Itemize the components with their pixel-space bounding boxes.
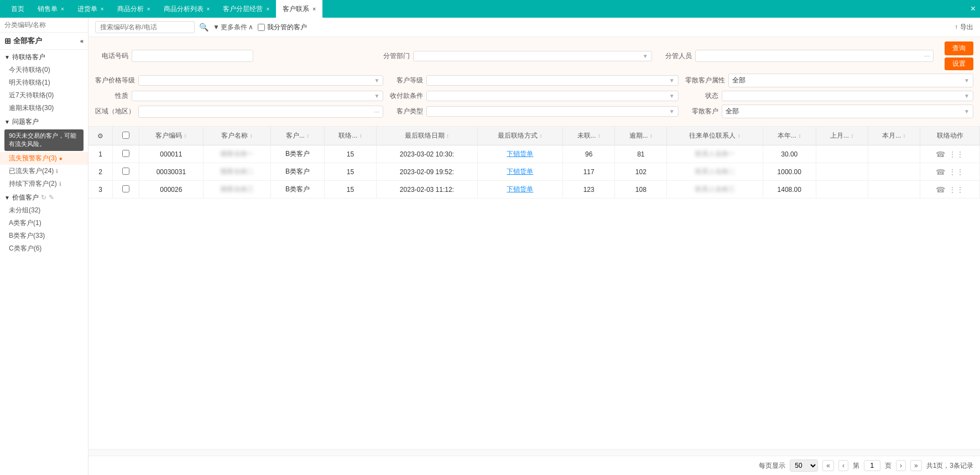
zero-customer-select[interactable]: 全部 ▼	[722, 105, 973, 118]
row-checkbox-2[interactable]	[122, 168, 129, 175]
zero-attr-select[interactable]: 全部 ▼	[728, 74, 973, 87]
cell-method-3[interactable]: 下销货单	[477, 181, 562, 199]
col-contact-person[interactable]: 往来单位联系人 ↕	[667, 127, 763, 145]
tab-sales[interactable]: 销售单 ×	[31, 0, 71, 18]
export-btn[interactable]: ↑ 导出	[955, 23, 973, 32]
tab-analysis-list[interactable]: 商品分析列表 ×	[157, 0, 217, 18]
filter-more-btn[interactable]: ▼ 更多条件 ∧	[213, 23, 253, 32]
table-row: 1 000011 顾客名称一 B类客户 15 2023-03-02 10:30:…	[88, 145, 980, 163]
contact-action-icon3[interactable]: ☎	[936, 185, 945, 194]
refresh-icon[interactable]: ↻	[41, 194, 46, 201]
page-size-label: 每页显示	[759, 461, 785, 471]
col-code[interactable]: 客户编码 ↕	[139, 127, 203, 145]
sidebar-item-ungrouped[interactable]: 未分组(32)	[0, 204, 88, 217]
payment-select[interactable]: ▼	[426, 91, 678, 101]
col-this-year[interactable]: 本年... ↕	[763, 127, 816, 145]
tab-home[interactable]: 首页	[4, 0, 31, 18]
col-last-method[interactable]: 最后联络方式 ↕	[477, 127, 562, 145]
horizontal-scrollbar[interactable]	[88, 449, 980, 456]
sidebar-item-class-c[interactable]: C类客户(6)	[0, 242, 88, 255]
more-action-icon3[interactable]: ⋮⋮	[948, 185, 964, 194]
contact-action-icon[interactable]: ☎	[936, 150, 945, 159]
more-icon2[interactable]: ···	[374, 108, 379, 116]
sidebar-item-lost-customers[interactable]: 已流失客户(24) ℹ	[0, 165, 88, 178]
col-name[interactable]: 客户名称 ↕	[204, 127, 271, 145]
close-all-btn[interactable]: ×	[971, 4, 976, 14]
status-select[interactable]: ▼	[722, 91, 973, 101]
sidebar-item-today[interactable]: 今天待联络(0)	[0, 64, 88, 76]
cell-checkbox-2[interactable]	[113, 163, 139, 181]
tab-customer-contact[interactable]: 客户联系 ×	[276, 0, 322, 18]
page-size-select[interactable]: 10 20 50 100	[790, 460, 818, 472]
col-contact[interactable]: 联络... ↕	[324, 127, 376, 145]
manager-select[interactable]: ···	[695, 50, 934, 62]
sidebar-item-declining[interactable]: 持续下滑客户(2) ℹ	[0, 178, 88, 190]
cell-index-3: 3	[88, 181, 113, 199]
col-this-month[interactable]: 本月... ↕	[868, 127, 920, 145]
tab-purchase[interactable]: 进货单 ×	[71, 0, 111, 18]
dept-select[interactable]: ▼	[413, 51, 651, 61]
col-type[interactable]: 客户... ↕	[271, 127, 325, 145]
sidebar-item-tomorrow[interactable]: 明天待联络(1)	[0, 76, 88, 89]
prev-page-btn[interactable]: ‹	[838, 460, 848, 471]
contact-action-icon2[interactable]: ☎	[936, 168, 945, 176]
row-checkbox-3[interactable]	[122, 185, 129, 192]
current-page-input[interactable]	[864, 460, 880, 471]
col-last-date[interactable]: 最后联络日期 ↕	[377, 127, 478, 145]
col-action[interactable]: 联络动作	[920, 127, 980, 145]
settings-btn[interactable]: 设置	[945, 58, 973, 70]
close-sales-tab[interactable]: ×	[61, 6, 64, 12]
more-action-icon[interactable]: ⋮⋮	[948, 150, 964, 159]
filter-status: 状态 ▼	[685, 91, 973, 101]
group-pending-contact[interactable]: ▼ 待联络客户	[0, 50, 88, 64]
close-analysis-tab[interactable]: ×	[147, 6, 150, 12]
nature-select[interactable]: ▼	[132, 91, 383, 101]
cell-checkbox-3[interactable]	[113, 181, 139, 199]
next-page-btn[interactable]: ›	[896, 460, 906, 471]
more-action-icon2[interactable]: ⋮⋮	[948, 168, 964, 176]
region-select[interactable]: ···	[138, 106, 383, 118]
close-customer-layer-tab[interactable]: ×	[266, 6, 269, 12]
close-analysis-list-tab[interactable]: ×	[207, 6, 210, 12]
collapse-btn[interactable]: «	[80, 38, 84, 44]
more-icon[interactable]: ···	[924, 52, 930, 60]
cell-index-1: 1	[88, 145, 113, 163]
close-purchase-tab[interactable]: ×	[101, 6, 104, 12]
cell-method-1[interactable]: 下销货单	[477, 145, 562, 163]
customer-level-select[interactable]: ▼	[426, 75, 678, 86]
group-value-customers[interactable]: ▼ 价值客户 ↻ ✎	[0, 190, 88, 204]
filter-search-input[interactable]	[95, 21, 195, 33]
all-customers-header[interactable]: ⊞ 全部客户 «	[0, 33, 88, 50]
edit-icon[interactable]: ✎	[49, 194, 54, 201]
close-customer-contact-tab[interactable]: ×	[312, 6, 316, 12]
tab-customer-layer[interactable]: 客户分层经营 ×	[216, 0, 276, 18]
my-customers-checkbox[interactable]	[258, 24, 265, 31]
price-level-select[interactable]: ▼	[138, 75, 383, 86]
sidebar-item-churn-warning[interactable]: 流失预警客户(3) ●	[0, 152, 88, 165]
last-page-btn[interactable]: »	[910, 460, 922, 471]
group-problem-customers[interactable]: ▼ 问题客户	[0, 114, 88, 128]
sidebar-item-class-a[interactable]: A类客户(1)	[0, 217, 88, 229]
cell-checkbox-1[interactable]	[113, 145, 139, 163]
col-settings[interactable]: ⚙	[88, 127, 113, 145]
tab-analysis[interactable]: 商品分析 ×	[111, 0, 157, 18]
col-overdue[interactable]: 逾期... ↕	[615, 127, 667, 145]
sidebar-search-input[interactable]	[4, 21, 87, 29]
my-customers-filter[interactable]: 我分管的客户	[258, 23, 307, 32]
filter-search-btn[interactable]: 🔍	[199, 23, 208, 32]
table-area: ⚙ 客户编码 ↕ 客户名称 ↕ 客户... ↕	[88, 127, 980, 449]
query-btn[interactable]: 查询	[945, 41, 973, 55]
row-checkbox-1[interactable]	[122, 150, 129, 157]
sidebar-item-class-b[interactable]: B类客户(33)	[0, 229, 88, 242]
select-all-checkbox[interactable]	[122, 132, 129, 139]
sidebar-item-7days[interactable]: 近7天待联络(0)	[0, 89, 88, 102]
col-checkbox[interactable]	[113, 127, 139, 145]
customer-type-select[interactable]: ▼	[426, 106, 678, 117]
cell-year-3: 1408.00	[763, 181, 816, 199]
col-last-month[interactable]: 上月... ↕	[816, 127, 868, 145]
phone-input[interactable]	[132, 50, 253, 62]
sidebar-item-overdue[interactable]: 逾期未联络(30)	[0, 102, 88, 114]
first-page-btn[interactable]: «	[822, 460, 834, 471]
cell-method-2[interactable]: 下销货单	[477, 163, 562, 181]
col-uncontacted[interactable]: 未联... ↕	[563, 127, 615, 145]
